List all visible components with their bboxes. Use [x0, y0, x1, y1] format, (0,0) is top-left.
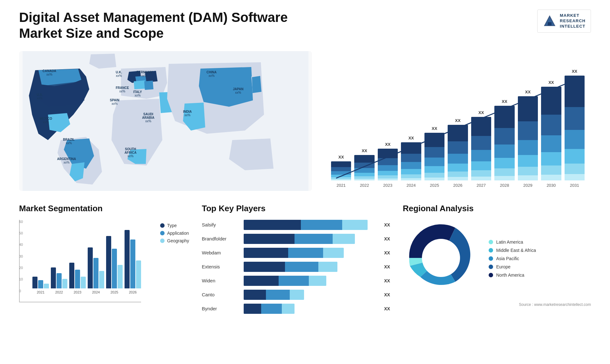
bar-seg: [401, 178, 421, 180]
bar-year-2021: 2021: [336, 183, 346, 188]
bar-seg: [518, 140, 538, 155]
bar-group-2021: XX2021: [331, 155, 351, 188]
stacked-bar-2024: [401, 142, 421, 180]
seg-bar: [106, 236, 111, 288]
bar-seg: [448, 125, 468, 142]
bar-chart-section: XX2021XX2022XX2023XX2024XX2025XX2026XX20…: [325, 51, 591, 191]
player-bar: [244, 304, 295, 314]
bar-seg: [401, 154, 421, 162]
bar-seg: [378, 158, 398, 165]
stacked-bar-2030: [541, 87, 561, 180]
bar-year-2022: 2022: [360, 183, 369, 188]
bar-seg: [378, 165, 398, 171]
bar-group-2028: XX2028: [494, 99, 514, 188]
bar-xx-2021: XX: [338, 155, 344, 159]
bars-container: XX2021XX2022XX2023XX2024XX2025XX2026XX20…: [325, 73, 591, 188]
bar-seg: [565, 149, 585, 164]
seg-bar: [81, 277, 86, 288]
bar-year-2031: 2031: [570, 183, 579, 188]
regional-title: Regional Analysis: [403, 204, 591, 213]
player-bar: [244, 290, 304, 300]
bar-seg: [471, 117, 491, 136]
bar-seg: [331, 175, 351, 177]
bottom-row: Market Segmentation 0 10 20 30 40 50 60 …: [19, 204, 591, 315]
bar-seg: [401, 142, 421, 154]
bar-seg: [354, 173, 374, 176]
bar-seg: [518, 155, 538, 167]
player-name: Extensis: [202, 264, 240, 269]
seg-bar-group-2023: 2023: [69, 263, 86, 294]
bar-seg: [494, 145, 514, 158]
bar-seg: [354, 176, 374, 179]
seg-bar-group-2026: 2026: [125, 230, 141, 294]
bar-xx-2031: XX: [572, 69, 577, 74]
bar-seg: [471, 170, 491, 177]
bar-seg: [378, 175, 398, 179]
seg-bar: [32, 277, 37, 288]
bar-xx-2026: XX: [455, 118, 460, 123]
bar-seg: [448, 154, 468, 164]
bar-seg: [448, 164, 468, 172]
player-bar: [244, 248, 344, 258]
source-text: Source : www.marketresearchintellect.com: [403, 302, 591, 307]
bar-seg: [471, 150, 491, 161]
player-row: SalsifyXX: [202, 220, 390, 230]
bar-seg: [541, 175, 561, 180]
bar-seg: [518, 175, 538, 180]
donut-chart-svg: [403, 220, 479, 296]
player-row: ExtensisXX: [202, 262, 390, 272]
svg-point-6: [422, 239, 460, 277]
bar-seg: [424, 147, 444, 158]
bar-year-2024: 2024: [407, 183, 416, 188]
stacked-bar-2028: [494, 106, 514, 180]
bar-seg: [448, 141, 468, 154]
bar-group-2025: XX2025: [424, 126, 444, 188]
bar-group-2024: XX2024: [401, 136, 421, 188]
page-title: Digital Asset Management (DAM) Software …: [19, 10, 305, 42]
bar-seg: [354, 155, 374, 163]
bar-seg: [541, 135, 561, 152]
bar-seg: [565, 76, 585, 107]
player-name: Brandfolder: [202, 236, 240, 241]
bar-seg: [378, 171, 398, 175]
logo-area: MARKET RESEARCH INTELLECT: [537, 10, 591, 33]
bar-xx-2030: XX: [548, 80, 554, 85]
segment-section: Market Segmentation 0 10 20 30 40 50 60 …: [19, 204, 189, 315]
stacked-bar-2022: [354, 155, 374, 180]
player-name: Canto: [202, 292, 240, 297]
header: Digital Asset Management (DAM) Software …: [19, 10, 591, 42]
legend-mea: Middle East & Africa: [489, 248, 536, 253]
stacked-bar-2026: [448, 125, 468, 180]
bar-group-2023: XX2023: [378, 142, 398, 188]
seg-bars-area: 202120222023202420252026: [19, 220, 141, 302]
players-section: Top Key Players SalsifyXXBrandfolderXXWe…: [202, 204, 390, 314]
stacked-bar-2029: [518, 96, 538, 180]
bar-seg: [424, 133, 444, 147]
player-name: Widen: [202, 278, 240, 283]
players-title: Top Key Players: [202, 204, 390, 213]
bar-seg: [424, 166, 444, 173]
bar-seg: [354, 168, 374, 172]
bar-year-2030: 2030: [546, 183, 556, 188]
bar-seg: [541, 87, 561, 115]
logo-text: MARKET RESEARCH INTELLECT: [560, 13, 586, 29]
bar-seg: [331, 171, 351, 175]
bar-xx-2025: XX: [432, 126, 437, 131]
bar-seg: [494, 176, 514, 180]
bar-year-2029: 2029: [523, 183, 532, 188]
legend-europe: Europe: [489, 264, 536, 269]
brand-logo-icon: [543, 14, 557, 28]
legend-application: Application: [160, 231, 189, 236]
seg-bar: [118, 265, 123, 288]
seg-bar: [44, 284, 49, 288]
bar-seg: [494, 168, 514, 176]
donut-svg-container: [403, 220, 479, 297]
svg-rect-2: [548, 22, 552, 25]
seg-bar: [75, 270, 80, 288]
stacked-bar-2025: [424, 133, 444, 180]
players-list: SalsifyXXBrandfolderXXWebdamXXExtensisXX…: [202, 220, 390, 314]
seg-bar: [38, 280, 43, 288]
bar-xx-2028: XX: [502, 99, 507, 104]
player-bar: [244, 276, 326, 286]
player-name: Salsify: [202, 222, 240, 227]
